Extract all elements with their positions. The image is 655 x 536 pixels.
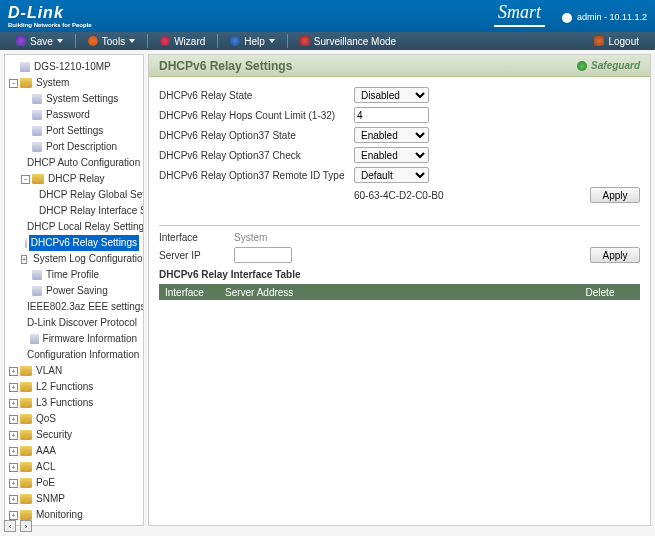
hops-limit-input[interactable] [354, 107, 429, 123]
header-bar: D-Link Building Networks for People Smar… [0, 0, 655, 32]
tree-security[interactable]: +Security [9, 427, 139, 443]
tree-acl[interactable]: +ACL [9, 459, 139, 475]
tree-power-saving[interactable]: Power Saving [21, 283, 139, 299]
collapse-icon[interactable]: − [9, 79, 18, 88]
interface-value: System [234, 232, 354, 243]
tree-snmp[interactable]: +SNMP [9, 491, 139, 507]
server-ip-label: Server IP [159, 250, 234, 261]
tree-firmware[interactable]: Firmware Information [21, 331, 139, 347]
th-delete: Delete [560, 287, 640, 298]
chevron-down-icon [129, 39, 135, 43]
tree-dhcp-auto[interactable]: DHCP Auto Configuration [21, 155, 139, 171]
panel-title: DHCPv6 Relay Settings [159, 59, 292, 73]
collapse-icon[interactable]: − [21, 175, 30, 184]
save-icon [16, 36, 26, 46]
safeguard-icon [577, 61, 587, 71]
tree-config-info[interactable]: Configuration Information [21, 347, 139, 363]
tree-dhcp-relay-interface[interactable]: DHCP Relay Interface Setti [33, 203, 139, 219]
brand-text: D-Link [8, 4, 64, 21]
tree-time-profile[interactable]: Time Profile [21, 267, 139, 283]
tree-dhcp-relay[interactable]: −DHCP Relay [21, 171, 139, 187]
tree-port-desc[interactable]: Port Description [21, 139, 139, 155]
tree-device[interactable]: DGS-1210-10MP [9, 59, 139, 75]
expand-icon[interactable]: + [21, 255, 27, 264]
tree-aaa[interactable]: +AAA [9, 443, 139, 459]
tree-dlink-discover[interactable]: D-Link Discover Protocol [21, 315, 139, 331]
logout-button[interactable]: Logout [586, 36, 647, 47]
apply-button-2[interactable]: Apply [590, 247, 640, 263]
opt37-remote-label: DHCPv6 Relay Option37 Remote ID Type [159, 170, 354, 181]
tree-password[interactable]: Password [21, 107, 139, 123]
opt37-remote-select[interactable]: Default [354, 167, 429, 183]
tree-l3[interactable]: +L3 Functions [9, 395, 139, 411]
mac-address: 60-63-4C-D2-C0-B0 [354, 190, 443, 201]
tree-l2[interactable]: +L2 Functions [9, 379, 139, 395]
nav-prev[interactable]: ‹ [4, 520, 16, 532]
th-interface: Interface [159, 287, 219, 298]
safeguard-badge: Safeguard [577, 60, 640, 71]
relay-table-header: Interface Server Address Delete [159, 284, 640, 300]
brand-subtext: Building Networks for People [8, 22, 92, 28]
relay-state-select[interactable]: Disabled [354, 87, 429, 103]
tree-dhcp-local-relay[interactable]: DHCP Local Relay Settings [21, 219, 139, 235]
th-server-address: Server Address [219, 287, 560, 298]
tree-system-settings[interactable]: System Settings [21, 91, 139, 107]
tree-vlan[interactable]: +VLAN [9, 363, 139, 379]
user-icon [562, 13, 572, 23]
main-panel: DHCPv6 Relay Settings Safeguard DHCPv6 R… [148, 54, 651, 526]
panel-title-bar: DHCPv6 Relay Settings Safeguard [149, 55, 650, 77]
interface-label: Interface [159, 232, 234, 243]
save-menu[interactable]: Save [8, 36, 71, 47]
tools-menu[interactable]: Tools [80, 36, 143, 47]
nav-next[interactable]: › [20, 520, 32, 532]
surveillance-icon [300, 36, 310, 46]
opt37-check-label: DHCPv6 Relay Option37 Check [159, 150, 354, 161]
smart-label: Smart [494, 2, 545, 27]
tools-icon [88, 36, 98, 46]
tree-syslog[interactable]: +System Log Configuration [21, 251, 139, 267]
tree-poe[interactable]: +PoE [9, 475, 139, 491]
tree-qos[interactable]: +QoS [9, 411, 139, 427]
bottom-nav: ‹ › [4, 520, 32, 532]
relay-state-label: DHCPv6 Relay State [159, 90, 354, 101]
server-ip-input[interactable] [234, 247, 292, 263]
apply-button-1[interactable]: Apply [590, 187, 640, 203]
brand-logo: D-Link Building Networks for People [8, 4, 92, 28]
surveillance-button[interactable]: Surveillance Mode [292, 36, 404, 47]
relay-table-title: DHCPv6 Relay Interface Table [159, 269, 640, 280]
device-icon [20, 62, 30, 72]
user-info: admin - 10.11.1.2 [562, 12, 647, 23]
folder-icon [20, 78, 32, 88]
wizard-button[interactable]: Wizard [152, 36, 213, 47]
sidebar: DGS-1210-10MP −System System Settings Pa… [4, 54, 144, 526]
tree-port-settings[interactable]: Port Settings [21, 123, 139, 139]
help-icon [230, 36, 240, 46]
opt37-state-label: DHCPv6 Relay Option37 State [159, 130, 354, 141]
wizard-icon [160, 36, 170, 46]
chevron-down-icon [57, 39, 63, 43]
tree-system[interactable]: −System [9, 75, 139, 91]
user-label: admin - 10.11.1.2 [577, 12, 647, 22]
toolbar: Save Tools Wizard Help Surveillance Mode… [0, 32, 655, 50]
hops-limit-label: DHCPv6 Relay Hops Count Limit (1-32) [159, 110, 354, 121]
opt37-check-select[interactable]: Enabled [354, 147, 429, 163]
chevron-down-icon [269, 39, 275, 43]
logout-icon [594, 36, 604, 46]
opt37-state-select[interactable]: Enabled [354, 127, 429, 143]
help-menu[interactable]: Help [222, 36, 283, 47]
tree-dhcpv6-relay[interactable]: DHCPv6 Relay Settings [21, 235, 139, 251]
tree-dhcp-relay-global[interactable]: DHCP Relay Global Setting [33, 187, 139, 203]
tree-ieee802[interactable]: IEEE802.3az EEE settings [21, 299, 139, 315]
